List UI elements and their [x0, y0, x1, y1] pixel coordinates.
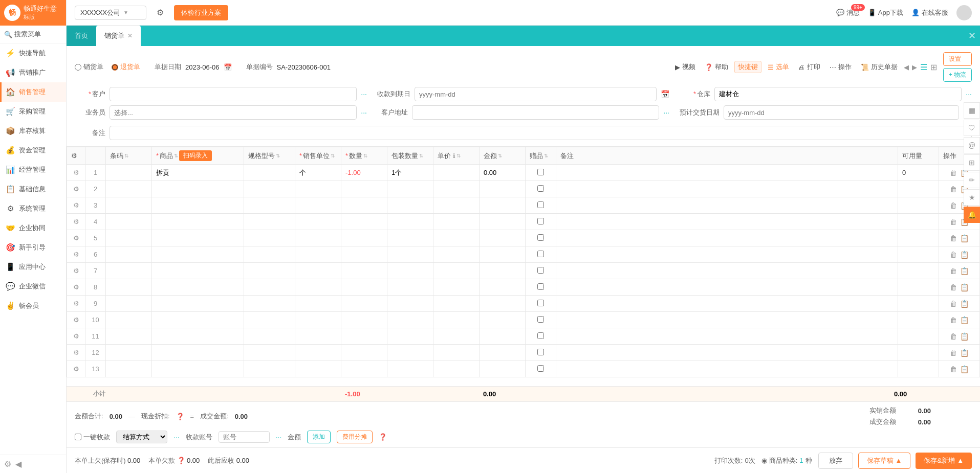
float-at-icon[interactable]: @: [964, 137, 980, 153]
delete-row-icon-4[interactable]: 🗑: [950, 234, 957, 242]
td-product-6[interactable]: [152, 263, 244, 279]
td-gift-0[interactable]: [526, 165, 556, 181]
row-gear-icon-3[interactable]: ⚙: [73, 218, 79, 226]
fee-split-button[interactable]: 费用分摊: [337, 431, 373, 443]
td-price-6[interactable]: [433, 263, 480, 279]
td-pkg-7[interactable]: [387, 279, 433, 296]
td-qty-0[interactable]: [341, 165, 387, 181]
td-qty-11[interactable]: [341, 345, 387, 361]
price-info-icon[interactable]: ℹ: [453, 152, 455, 160]
row-gear-icon-1[interactable]: ⚙: [73, 185, 79, 193]
row-gear-icon-2[interactable]: ⚙: [73, 201, 79, 209]
product-sort-icon[interactable]: ⇅: [174, 153, 178, 159]
td-spec-12[interactable]: [244, 361, 295, 377]
td-qty-10[interactable]: [341, 328, 387, 345]
td-spec-6[interactable]: [244, 263, 295, 279]
td-pkg-11[interactable]: [387, 345, 433, 361]
td-pkg-10[interactable]: [387, 328, 433, 345]
td-gift-7[interactable]: [526, 279, 556, 296]
sidebar-item-enterprise[interactable]: 🤝 企业协同: [0, 218, 66, 238]
td-price-2[interactable]: [433, 197, 480, 214]
td-amount-7[interactable]: [480, 279, 526, 296]
one-click-payment-checkbox[interactable]: 一键收款: [75, 433, 110, 442]
td-amount-8[interactable]: [480, 296, 526, 312]
td-amount-4[interactable]: [480, 230, 526, 246]
td-amount-12[interactable]: [480, 361, 526, 377]
delete-row-icon-9[interactable]: 🗑: [950, 316, 957, 324]
td-unit-7[interactable]: [295, 279, 341, 296]
float-star-icon[interactable]: ★: [964, 189, 980, 206]
td-remark-11[interactable]: [556, 345, 898, 361]
td-qty-3[interactable]: [341, 214, 387, 230]
td-price-1[interactable]: [433, 181, 480, 197]
td-pkg-3[interactable]: [387, 214, 433, 230]
td-qty-6[interactable]: [341, 263, 387, 279]
settings-bottom-icon[interactable]: ⚙: [4, 459, 11, 469]
td-gift-5[interactable]: [526, 246, 556, 263]
td-spec-10[interactable]: [244, 328, 295, 345]
td-gift-3[interactable]: [526, 214, 556, 230]
td-barcode-6[interactable]: [106, 263, 152, 279]
td-barcode-12[interactable]: [106, 361, 152, 377]
row-gear-icon-12[interactable]: ⚙: [73, 365, 79, 373]
td-amount-5[interactable]: [480, 246, 526, 263]
shortcut-btn[interactable]: 快捷键: [734, 61, 761, 73]
td-product-10[interactable]: [152, 328, 244, 345]
td-unit-12[interactable]: [295, 361, 341, 377]
sidebar-item-newbie[interactable]: 🎯 新手引导: [0, 238, 66, 257]
customer-address-input[interactable]: [417, 109, 655, 117]
delete-row-icon-3[interactable]: 🗑: [950, 218, 957, 226]
float-shield-icon[interactable]: 🛡: [964, 120, 980, 136]
copy-row-icon-7[interactable]: 📋: [960, 283, 969, 291]
return-order-radio[interactable]: 退货单: [112, 62, 140, 72]
sidebar-item-marketing[interactable]: 📢 营销推广: [0, 63, 66, 82]
td-price-5[interactable]: [433, 246, 480, 263]
td-unit-6[interactable]: [295, 263, 341, 279]
pkg-sort-icon[interactable]: ⇅: [419, 153, 423, 159]
gift-sort-icon[interactable]: ⇅: [544, 153, 548, 159]
td-spec-3[interactable]: [244, 214, 295, 230]
td-price-12[interactable]: [433, 361, 480, 377]
copy-row-icon-9[interactable]: 📋: [960, 316, 969, 324]
grid-view-icon[interactable]: ⊞: [930, 62, 937, 72]
td-unit-4[interactable]: [295, 230, 341, 246]
copy-row-icon-4[interactable]: 📋: [960, 234, 969, 242]
print-btn[interactable]: 🖨 打印: [795, 61, 823, 73]
td-spec-7[interactable]: [244, 279, 295, 296]
discount-question-icon[interactable]: ❓: [176, 413, 184, 420]
td-qty-4[interactable]: [341, 230, 387, 246]
message-button[interactable]: 💬 消息 99+: [836, 8, 860, 17]
video-btn[interactable]: ▶ 视频: [672, 61, 699, 73]
barcode-sort-icon[interactable]: ⇅: [124, 153, 128, 159]
sales-order-radio[interactable]: 销货单: [75, 62, 103, 72]
operations-btn[interactable]: ⋯ 操作: [826, 61, 855, 73]
td-barcode-4[interactable]: [106, 230, 152, 246]
td-unit-9[interactable]: [295, 312, 341, 328]
td-remark-9[interactable]: [556, 312, 898, 328]
td-gift-12[interactable]: [526, 361, 556, 377]
float-table-icon[interactable]: ⊞: [964, 154, 980, 171]
settlement-dots-btn[interactable]: ···: [173, 433, 180, 441]
td-spec-8[interactable]: [244, 296, 295, 312]
help-btn[interactable]: ❓ 帮助: [702, 61, 731, 73]
td-price-11[interactable]: [433, 345, 480, 361]
td-gift-11[interactable]: [526, 345, 556, 361]
online-service-button[interactable]: 👤 在线客服: [911, 8, 948, 17]
abandon-button[interactable]: 放弃: [818, 453, 853, 469]
scan-button[interactable]: 扫码录入: [179, 150, 212, 161]
customer-address-dots-btn[interactable]: ···: [663, 108, 669, 117]
row-gear-icon-10[interactable]: ⚙: [73, 332, 79, 340]
td-remark-8[interactable]: [556, 296, 898, 312]
row-gear-icon-5[interactable]: ⚙: [73, 251, 79, 258]
copy-row-icon-8[interactable]: 📋: [960, 300, 969, 308]
copy-row-icon-12[interactable]: 📋: [960, 365, 969, 373]
td-barcode-8[interactable]: [106, 296, 152, 312]
td-qty-1[interactable]: [341, 181, 387, 197]
unit-sort-icon[interactable]: ⇅: [331, 153, 335, 159]
tab-sales-order[interactable]: 销货单 ✕: [96, 26, 141, 46]
td-product-8[interactable]: [152, 296, 244, 312]
td-remark-12[interactable]: [556, 361, 898, 377]
td-qty-12[interactable]: [341, 361, 387, 377]
td-unit-10[interactable]: [295, 328, 341, 345]
next-icon[interactable]: ▶: [912, 63, 917, 71]
